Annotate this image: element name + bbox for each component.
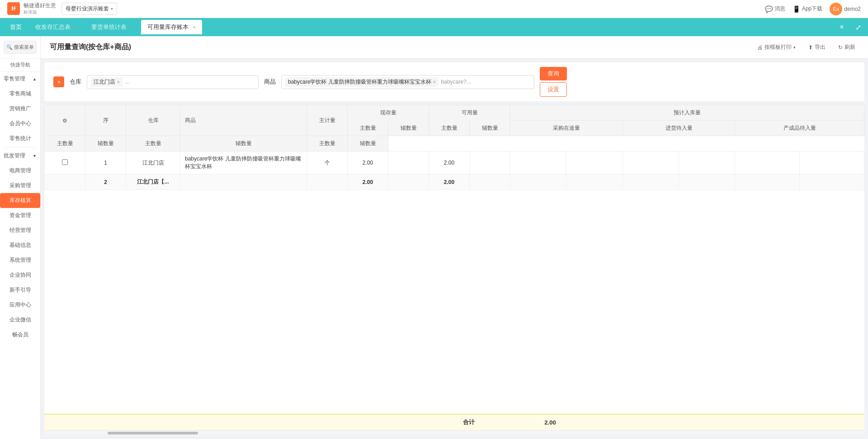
row2-checkbox[interactable] [45,175,85,190]
col-incoming-pending-sub: 进货待入量 [623,121,735,136]
print-arrow-icon: ▾ [793,45,796,50]
top-bar-left: 好 畅捷通好生意 标准版 母婴行业演示账套 ▾ [7,2,117,15]
col-current-stock-header: 现存量 [348,105,429,121]
product-filter-input[interactable]: babycare学饮杯 儿童防摔防撞吸管杯重力球吸嘴杯宝宝水杯 × babyca… [281,75,534,89]
tab-order-stats-label: 要货单统计表 [91,23,127,31]
industry-selector[interactable]: 母婴行业演示账套 ▾ [61,3,117,15]
col-incoming-main: 主数量 [126,136,180,151]
settings-icon[interactable]: ⚙ [62,118,67,124]
row1-current-main: 2.00 [348,151,388,175]
sidebar-item-finance-mgmt[interactable]: 资金管理 [0,208,40,223]
tab-available-inventory-close[interactable]: × [193,25,196,30]
row1-pur-aux [566,151,623,175]
filter-area: » 仓库 江北门店 × ... 商品 babycare学饮杯 儿童防摔防撞吸管杯… [44,62,864,101]
avatar: Ea [830,3,842,15]
sidebar-item-retail-mall-label: 零售商城 [9,90,31,98]
warehouse-filter-input[interactable]: 江北门店 × ... [87,75,259,89]
sidebar-item-basic-info[interactable]: 基础信息 [0,238,40,253]
sidebar-item-enterprise-wechat[interactable]: 企业微信 [0,312,40,327]
col-warehouse-header: 仓库 [126,105,180,136]
tab-order-stats[interactable]: 要货单统计表 × [85,20,140,34]
warehouse-tag-close[interactable]: × [117,80,120,85]
filter-expand-button[interactable]: » [53,76,64,87]
product-more[interactable]: babycare?... [441,79,471,85]
user-area[interactable]: Ea demo2 [830,3,861,15]
logo-text: 畅捷通好生意 [24,2,56,9]
sidebar-item-ecommerce-mgmt[interactable]: 电商管理 [0,163,40,178]
warehouse-tag-1[interactable]: 江北门店 × [91,77,123,87]
sidebar-item-enterprise-collab[interactable]: 企业协同 [0,268,40,283]
sidebar-item-retail-mall[interactable]: 零售商城 [0,86,40,101]
sidebar-item-marketing[interactable]: 营销推广 [0,101,40,116]
sidebar-item-app-center[interactable]: 应用中心 [0,297,40,312]
nav-close-button[interactable]: × [835,21,848,33]
row2-product [180,175,307,190]
col-planned-in-header: 预计入库量 [510,105,864,121]
tab-available-inventory-label: 可用量库存账本 [147,23,189,31]
app-download-button[interactable]: 📱 App下载 [793,5,822,13]
horizontal-scrollbar[interactable] [44,430,864,435]
sidebar-item-retail-stats[interactable]: 零售统计 [0,131,40,146]
sidebar-item-member-center-label: 会员中心 [9,120,31,127]
row1-checkbox[interactable] [45,151,85,175]
nav-tabs: 首页 收发存汇总表 × 要货单统计表 × 可用量库存账本 × × ⤢ [0,18,868,36]
product-tag-text: babycare学饮杯 儿童防摔防撞吸管杯重力球吸嘴杯宝宝水杯 [288,78,431,86]
nav-expand-button[interactable]: ⤢ [852,21,864,33]
app-download-label: App下载 [802,5,822,13]
sidebar-item-enterprise-wechat-label: 企业微信 [9,316,31,324]
sidebar-item-wholesale-mgmt[interactable]: 批发管理 ▼ [0,148,40,163]
row1-current-aux [388,151,429,175]
sidebar-item-new-guide-label: 新手引导 [9,286,31,294]
warehouse-tag-text: 江北门店 [94,78,115,86]
sidebar-item-system-mgmt[interactable]: 系统管理 [0,253,40,268]
row1-unit: 个 [307,151,348,175]
tab-receive-send-label: 收发存汇总表 [35,23,71,31]
row2-avail-main: 2.00 [429,175,470,190]
scrollbar-thumb[interactable] [108,432,198,434]
row1-fin-main [735,151,800,175]
row1-check-input[interactable] [62,159,68,165]
export-button[interactable]: ⬆ 导出 [805,42,829,53]
warehouse-more[interactable]: ... [125,79,130,85]
settings-button[interactable]: 设置 [540,82,567,97]
table-scroll[interactable]: ⚙ 序 仓库 商品 主计量 现存量 可用量 预计入库量 主数量 辅 [44,105,864,414]
sidebar-item-ecommerce-mgmt-label: 电商管理 [9,167,31,175]
sidebar-item-operations-mgmt[interactable]: 经营管理 [0,223,40,238]
print-button[interactable]: 🖨 按模板打印 ▾ [754,42,799,53]
search-menu-button[interactable]: 🔍 搜索菜单 [4,41,37,54]
tab-order-stats-close[interactable]: × [131,25,134,30]
sidebar-item-new-guide[interactable]: 新手引导 [0,283,40,297]
content-area: 可用量查询(按仓库+商品) 🖨 按模板打印 ▾ ⬆ 导出 ↻ 刷新 [41,36,868,439]
print-icon: 🖨 [757,44,763,51]
query-button[interactable]: 查询 [540,67,567,80]
tab-home-label: 首页 [10,23,22,31]
col-settings-header[interactable]: ⚙ [45,105,85,136]
quick-nav-button[interactable]: 快捷导航 [0,59,40,71]
page-title: 可用量查询(按仓库+商品) [50,42,131,52]
sidebar-item-inventory-check[interactable]: 库存核算 [0,193,40,208]
avatar-text: Ea [833,6,839,12]
tab-receive-send-close[interactable]: × [75,25,78,30]
message-button[interactable]: 💬 消息 [765,5,785,13]
sidebar-item-retail-stats-label: 零售统计 [9,135,31,142]
sidebar-item-retail-mgmt[interactable]: 零售管理 ▲ [0,71,40,86]
row1-in-aux [679,151,735,175]
product-tag-close[interactable]: × [433,80,436,85]
sidebar-item-member-center[interactable]: 会员中心 [0,116,40,131]
row1-avail-aux [470,151,510,175]
user-name: demo2 [844,6,861,12]
product-tag-1[interactable]: babycare学饮杯 儿童防摔防撞吸管杯重力球吸嘴杯宝宝水杯 × [285,77,439,87]
tab-available-inventory[interactable]: 可用量库存账本 × [141,20,202,34]
col-available-main-qty: 主数量 [429,121,470,136]
row1-product: babycare学饮杯 儿童防摔防撞吸管杯重力球吸嘴杯宝宝水杯 [180,151,307,175]
table-row: 1 江北门店 babycare学饮杯 儿童防摔防撞吸管杯重力球吸嘴杯宝宝水杯 个… [45,151,864,175]
col-product-header: 商品 [180,105,307,136]
tab-receive-send[interactable]: 收发存汇总表 × [29,20,84,34]
row1-fin-aux [800,151,864,175]
inventory-table: ⚙ 序 仓库 商品 主计量 现存量 可用量 预计入库量 主数量 辅 [44,105,864,190]
sidebar-item-member[interactable]: 畅会员 [0,327,40,342]
refresh-button[interactable]: ↻ 刷新 [835,42,859,53]
tab-home[interactable]: 首页 [4,20,28,34]
sidebar-item-purchase-mgmt[interactable]: 采购管理 [0,178,40,193]
table-footer: 合计 2.00 [44,414,864,430]
